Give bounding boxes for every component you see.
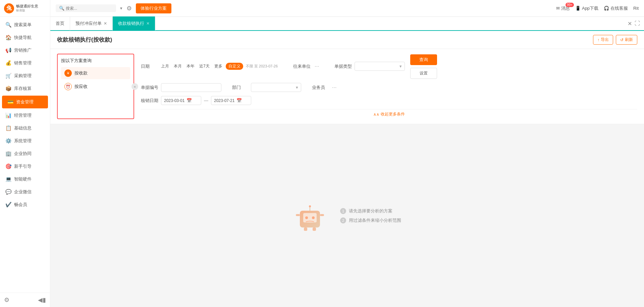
sidebar-item-enterprise[interactable]: 🏢 企业协同 [0,147,50,160]
date-this-month[interactable]: 本月 [172,63,183,70]
sidebar-item-basic[interactable]: 📋 基础信息 [0,122,50,135]
sales-filter: 业务员 ··· [312,85,336,91]
date-more[interactable]: 更多 [213,63,224,70]
date-filter: 日期 上月 本月 本年 近7天 更多 自定义 不限 至 2023-07-26 [141,63,278,70]
calendar-icon: 📅 [186,98,192,103]
empty-state: 1 请先选择要分析的方案 2 用过滤条件来缩小分析范围 [293,199,401,233]
date-custom[interactable]: 自定义 [226,63,243,70]
app-download-button[interactable]: 📱 App下载 [575,5,598,11]
tab-close-icon[interactable]: ✕ [104,16,107,31]
sidebar-item-wechat[interactable]: 💬 企业微信 [0,186,50,198]
tab-close-icon[interactable]: ✕ [146,16,150,31]
filter-row-1: 日期 上月 本月 本年 近7天 更多 自定义 不限 至 2023-07-26 往… [141,54,637,79]
message-button[interactable]: ✉ 消息 99+ [556,5,570,11]
dept-select[interactable]: ▾ [251,83,301,92]
sidebar-item-nav[interactable]: 🏠 快捷导航 [0,31,50,44]
enterprise-icon: 🏢 [5,151,11,157]
sidebar-item-finance[interactable]: 💳 资金管理 [2,96,48,108]
empty-illustration [293,199,327,233]
sidebar-item-label: 经营管理 [14,112,32,118]
sidebar: 兔 畅捷通好生意 标准版 🔍 搜索菜单 🏠 快捷导航 📢 营销推广 💰 销售管理… [0,0,50,307]
filter-option-by-receivable[interactable]: ⏰ 按应收 [61,81,130,93]
user-account[interactable]: Rit [633,6,639,11]
tab-prepay[interactable]: 预付冲应付单 ✕ [70,16,113,31]
query-button[interactable]: 查询 [410,54,437,65]
dropdown-chevron-icon: ▾ [399,64,402,69]
settings-icon[interactable]: ⚙ [4,296,9,304]
management-icon: 📊 [5,112,11,118]
vendor-dots: ··· [315,63,319,69]
sidebar-item-system[interactable]: ⚙️ 系统管理 [0,135,50,147]
sidebar-item-sales[interactable]: 💰 销售管理 [0,57,50,69]
filter-action-buttons: 查询 设置 [410,54,437,79]
search-nav-icon: 🔍 [5,22,11,28]
page-title: 收款核销执行(按收款) [57,36,112,44]
verify-date-filter: 核销日期 2023-03-01 📅 — 2023-07-21 📅 [141,96,251,105]
verify-end-date[interactable]: 2023-07-21 📅 [211,96,251,105]
calendar-icon: 📅 [236,98,242,103]
date-separator: — [204,98,208,103]
date-range-display: 不限 至 2023-07-26 [246,64,278,69]
header-search-box[interactable]: 🔍 [56,4,116,12]
sidebar-bottom: ⚙ ◀▮ [0,293,50,307]
tip-text-1: 请先选择要分析的方案 [349,208,392,214]
member-icon: ✔️ [5,202,11,208]
finance-icon: 💳 [7,99,13,105]
expand-tab-icon[interactable]: ⛶ [635,20,640,27]
sidebar-item-marketing[interactable]: 📢 营销推广 [0,44,50,57]
tip-number-2: 2 [340,217,346,223]
sidebar-item-purchase[interactable]: 🛒 采购管理 [0,69,50,82]
sidebar-item-inventory[interactable]: 📦 库存核算 [0,82,50,95]
verify-date-label: 核销日期 [141,98,158,104]
service-label: 在线客服 [610,5,628,11]
tab-label: 收款核销执行 [118,16,144,31]
dropdown-icon[interactable]: ▾ [120,6,122,11]
tab-bar: 首页 预付冲应付单 ✕ 收款核销执行 ✕ ✕ ⛶ [50,17,644,31]
sidebar-item-label: 资金管理 [16,99,34,105]
sidebar-item-hardware[interactable]: 💻 智能硬件 [0,173,50,186]
collapse-filter-button[interactable]: « [131,83,138,90]
solution-button[interactable]: 体验行业方案 [136,3,171,13]
sales-dots: ··· [332,85,336,91]
page-header: 收款核销执行(按收款) ↑ 导出 ↺ 刷新 [50,31,644,49]
doc-no-input[interactable] [161,83,221,92]
gear-icon[interactable]: ⚙ [126,5,132,12]
collapse-more-button[interactable]: ∧∧ 收起更多条件 [141,109,637,119]
vendor-filter: 往来单位 ··· [293,63,319,69]
user-label: Rit [633,6,639,11]
sidebar-item-management[interactable]: 📊 经营管理 [0,109,50,122]
sidebar-item-label: 基础信息 [14,125,32,131]
sidebar-item-member[interactable]: ✔️ 畅会员 [0,198,50,211]
main-area: 🔍 ▾ ⚙ 体验行业方案 ✉ 消息 99+ 📱 App下载 🎧 在线客服 Rit [50,0,644,307]
sidebar-item-label: 畅会员 [14,202,27,208]
refresh-button[interactable]: ↺ 刷新 [616,35,637,45]
tab-controls: ✕ ⛶ [628,20,644,27]
sales-label: 业务员 [312,85,328,91]
sidebar-item-search[interactable]: 🔍 搜索菜单 [0,18,50,31]
dept-label: 部门 [232,85,248,91]
date-shortcuts: 上月 本月 本年 近7天 更多 自定义 [160,63,243,70]
verify-start-date[interactable]: 2023-03-01 📅 [161,96,201,105]
close-tab-icon[interactable]: ✕ [628,20,632,27]
collapse-sidebar-icon[interactable]: ◀▮ [38,296,46,304]
settings-button[interactable]: 设置 [410,68,437,79]
tab-verify[interactable]: 收款核销执行 ✕ [113,16,155,31]
dropdown-chevron-icon: ▾ [296,85,298,90]
sidebar-item-label: 系统管理 [14,138,32,144]
date-last-month[interactable]: 上月 [160,63,170,70]
search-input[interactable] [66,6,109,11]
date-7days[interactable]: 近7天 [198,63,211,70]
empty-tip-1: 1 请先选择要分析的方案 [340,208,401,214]
wechat-icon: 💬 [5,189,11,195]
online-service-button[interactable]: 🎧 在线客服 [604,5,628,11]
export-button[interactable]: ↑ 导出 [593,35,613,45]
svg-point-3 [312,216,315,219]
service-icon: 🎧 [604,6,609,11]
tab-home[interactable]: 首页 [50,16,70,31]
doc-type-select[interactable]: ▾ [355,62,405,71]
sidebar-item-guide[interactable]: 🎯 新手引导 [0,160,50,173]
date-this-year[interactable]: 本年 [185,63,196,70]
receipt-icon: ¥ [64,69,72,77]
sidebar-item-label: 采购管理 [14,73,32,79]
filter-option-by-receipt[interactable]: ¥ 按收款 [61,67,130,79]
